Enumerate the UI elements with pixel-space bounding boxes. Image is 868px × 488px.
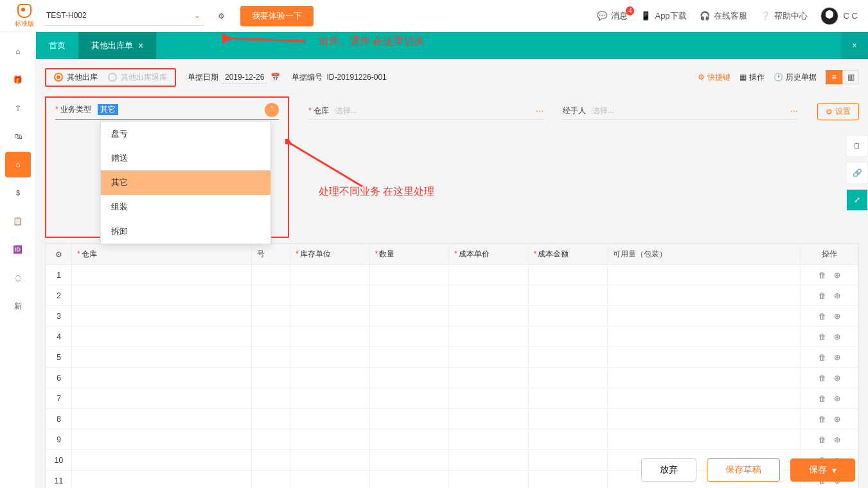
table-row[interactable]: 2🗑⊕	[46, 285, 858, 306]
handler-field[interactable]: 经手人 选择... ⋯	[563, 103, 798, 120]
customer-service-link[interactable]: 🎧 在线客服	[700, 10, 747, 22]
col-qty: 数量	[369, 244, 449, 265]
business-type-field[interactable]: 业务类型 其它 ˄	[55, 104, 279, 120]
delete-icon[interactable]: 🗑	[819, 394, 826, 403]
tab-home[interactable]: 首页	[36, 32, 78, 59]
opt-pankui[interactable]: 盘亏	[101, 122, 270, 146]
nav-gift[interactable]: 🎁	[5, 67, 31, 93]
delete-icon[interactable]: 🗑	[819, 353, 826, 362]
add-row-icon[interactable]: ⊕	[834, 332, 840, 341]
tab-other-outbound[interactable]: 其他出库单 ×	[78, 32, 156, 59]
add-row-icon[interactable]: ⊕	[834, 312, 840, 321]
nav-id[interactable]: 🆔	[5, 237, 31, 262]
delete-icon[interactable]: 🗑	[819, 435, 826, 444]
radio-return[interactable]: 其他出库退库	[108, 72, 167, 83]
house-icon: ⇧	[15, 104, 21, 113]
calendar-icon[interactable]: 📅	[270, 73, 280, 82]
bag-icon: 🛍	[14, 132, 22, 141]
message-icon: 💬	[597, 11, 607, 21]
doc-no-label: 单据编号	[292, 72, 323, 83]
opt-chaixie[interactable]: 拆卸	[101, 219, 270, 244]
view-toggle: ≡ ▥	[826, 70, 859, 84]
settings-button[interactable]: ⚙	[212, 7, 230, 25]
nav-bag[interactable]: 🛍	[5, 123, 31, 149]
history-icon: 🕑	[774, 73, 783, 82]
nav-warehouse[interactable]: ⌂	[5, 152, 31, 177]
row-number: 8	[46, 409, 72, 429]
save-draft-button[interactable]: 保存草稿	[707, 458, 780, 482]
help-icon: ❔	[760, 11, 770, 21]
business-type-highlight: 业务类型 其它 ˄ 盘亏 赠送 其它 组装 拆卸	[45, 96, 289, 238]
help-link[interactable]: ❔ 帮助中心	[760, 10, 808, 22]
col-op: 操作	[801, 244, 858, 265]
delete-icon[interactable]: 🗑	[819, 374, 826, 383]
user-avatar[interactable]	[820, 7, 838, 25]
save-button[interactable]: 保存 ▾	[790, 458, 855, 482]
more-icon[interactable]: ⋯	[536, 107, 544, 116]
chevron-up-icon[interactable]: ˄	[265, 103, 279, 117]
nav-new[interactable]: 新	[5, 293, 31, 319]
radio-outbound[interactable]: 其他出库	[54, 72, 98, 83]
more-icon[interactable]: ⋯	[790, 107, 798, 116]
app-download-link[interactable]: 📱 App下载	[641, 10, 686, 22]
operate-link[interactable]: ▦操作	[740, 72, 765, 83]
strip-expand-button[interactable]: ⤢	[846, 189, 868, 211]
tab-label: 其他出库单	[91, 40, 133, 51]
add-row-icon[interactable]: ⊕	[834, 415, 840, 424]
add-row-icon[interactable]: ⊕	[834, 353, 840, 362]
warehouse-field[interactable]: 仓库 选择... ⋯	[308, 103, 544, 120]
app-logo: 标准版	[10, 4, 39, 28]
grid-header-row: ⚙ 仓库 号 库存单位 数量 成本单价 成本金额 可用量（包装） 操作	[46, 244, 858, 265]
nav-money[interactable]: ＄	[5, 180, 31, 206]
biz-label: 业务类型	[55, 104, 91, 115]
tabs-close-button[interactable]: ×	[841, 32, 868, 59]
chevron-down-icon: ⌄	[194, 11, 200, 20]
view-grid-button[interactable]: ▥	[842, 70, 859, 84]
hotkey-link[interactable]: ⚙快捷键	[698, 72, 731, 83]
table-row[interactable]: 7🗑⊕	[46, 388, 858, 409]
doc-date-value[interactable]: 2019-12-26	[222, 71, 267, 84]
history-link[interactable]: 🕑历史单据	[774, 72, 817, 83]
add-row-icon[interactable]: ⊕	[834, 394, 840, 403]
strip-link-button[interactable]: 🔗	[846, 162, 868, 184]
nav-cycle[interactable]: ◌	[5, 265, 31, 291]
delete-icon[interactable]: 🗑	[819, 415, 826, 424]
add-row-icon[interactable]: ⊕	[834, 291, 840, 300]
add-row-icon[interactable]: ⊕	[834, 374, 840, 383]
add-row-icon[interactable]: ⊕	[834, 271, 840, 280]
nav-clipboard[interactable]: 📋	[5, 208, 31, 234]
table-row[interactable]: 1🗑⊕	[46, 265, 858, 285]
radio-return-label: 其他出库退库	[121, 72, 167, 83]
biz-value: 其它	[98, 104, 118, 115]
row-number: 4	[46, 327, 72, 347]
discard-button[interactable]: 放弃	[641, 458, 696, 482]
table-row[interactable]: 8🗑⊕	[46, 409, 858, 429]
add-row-icon[interactable]: ⊕	[834, 435, 840, 444]
tab-close-icon[interactable]: ×	[138, 41, 143, 51]
col-unit: 库存单位	[290, 244, 370, 265]
strip-note-button[interactable]: 🗒	[846, 135, 868, 157]
row-number: 3	[46, 306, 72, 327]
org-select[interactable]: TEST-H002 ⌄	[44, 6, 204, 26]
messages-link[interactable]: 💬 消息 4	[597, 10, 628, 22]
delete-icon[interactable]: 🗑	[819, 332, 826, 341]
table-row[interactable]: 4🗑⊕	[46, 327, 858, 347]
user-name[interactable]: C C	[844, 11, 858, 21]
col-gear[interactable]: ⚙	[46, 244, 72, 265]
delete-icon[interactable]: 🗑	[819, 291, 826, 300]
delete-icon[interactable]: 🗑	[819, 271, 826, 280]
delete-icon[interactable]: 🗑	[819, 312, 826, 321]
view-list-button[interactable]: ≡	[826, 70, 842, 84]
clipboard-icon: 📋	[13, 217, 22, 226]
table-row[interactable]: 5🗑⊕	[46, 347, 858, 368]
opt-qita[interactable]: 其它	[101, 170, 270, 195]
table-row[interactable]: 3🗑⊕	[46, 306, 858, 327]
opt-zengsong[interactable]: 赠送	[101, 146, 270, 170]
opt-zuzhuang[interactable]: 组装	[101, 195, 270, 219]
nav-house[interactable]: ⇧	[5, 95, 31, 121]
table-row[interactable]: 6🗑⊕	[46, 368, 858, 388]
nav-home[interactable]: ⌂	[5, 39, 31, 64]
table-row[interactable]: 9🗑⊕	[46, 429, 858, 450]
try-button[interactable]: 我要体验一下	[240, 6, 314, 26]
settings-chip[interactable]: ⚙ 设置	[817, 103, 859, 120]
